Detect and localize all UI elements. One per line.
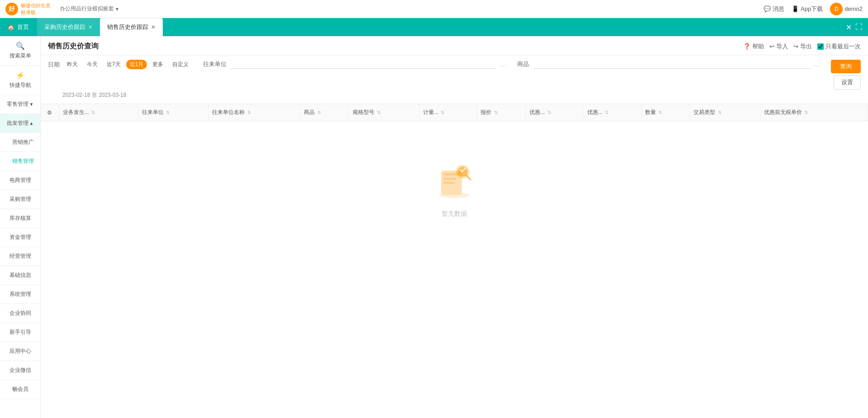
sidebar-item-ecommerce[interactable]: 电商管理	[0, 171, 40, 190]
app-selector[interactable]: 办公用品行业模拟账套 ▾	[60, 5, 118, 13]
sidebar-item-marketing[interactable]: 营销推广	[0, 133, 40, 152]
filter-row-1: 日期 昨天 今天 近7天 近1月 更多 自定义 往来单位 ... 商品 ...	[41, 55, 868, 90]
sidebar-item-apps[interactable]: 应用中心	[0, 342, 40, 361]
sidebar-item-wechat[interactable]: 企业微信	[0, 361, 40, 380]
close-purchase-tab-icon[interactable]: ✕	[88, 24, 93, 30]
col-spec[interactable]: 规格型号 ⇅	[349, 104, 419, 121]
logo-text: 畅捷信好生意 标准版	[21, 2, 51, 15]
page-title: 销售历史价查询	[48, 42, 99, 51]
app-download-button[interactable]: 📱 App下载	[792, 5, 823, 13]
sidebar-item-purchase[interactable]: 采购管理	[0, 190, 40, 209]
svg-rect-3	[443, 178, 456, 180]
sidebar-item-sales[interactable]: 销售管理	[0, 152, 40, 171]
sidebar-item-search[interactable]: 🔍 搜索菜单	[0, 36, 40, 66]
avatar: D	[830, 3, 843, 15]
chat-icon: 💬	[764, 5, 771, 12]
search-icon: 🔍	[16, 42, 25, 50]
col-settings[interactable]: ⚙	[41, 104, 59, 121]
sidebar-item-inventory[interactable]: 库存核算	[0, 209, 40, 228]
maximize-icon[interactable]: ⛶	[855, 23, 863, 31]
help-button[interactable]: ❓ 帮助	[743, 43, 764, 51]
date-tab-today[interactable]: 今天	[83, 60, 101, 69]
col-discount2[interactable]: 优惠... ⇅	[583, 104, 641, 121]
sidebar-item-cooperation[interactable]: 企业协同	[0, 304, 40, 323]
svg-line-7	[466, 175, 471, 180]
counterpart-filter-group: 往来单位 ...	[203, 60, 506, 69]
product-dots-icon[interactable]: ...	[814, 60, 820, 68]
only-last-input[interactable]	[817, 43, 824, 50]
date-tab-custom[interactable]: 自定义	[169, 60, 192, 69]
date-tab-yesterday[interactable]: 昨天	[63, 60, 81, 69]
col-counterpart-code[interactable]: 往来单位 ⇅	[138, 104, 208, 121]
close-window-icon[interactable]: ✕	[846, 23, 852, 32]
sort-icon: ⇅	[377, 110, 381, 115]
query-button[interactable]: 查询	[831, 60, 861, 73]
sidebar-item-finance[interactable]: 资金管理	[0, 228, 40, 247]
top-bar: 好 畅捷信好生意 标准版 办公用品行业模拟账套 ▾ 💬 消息 📱 App下载 D…	[0, 0, 868, 18]
content-area: 销售历史价查询 ❓ 帮助 ↩ 导入 ↪ 导出 只看最后一次	[41, 36, 868, 418]
tab-purchase-history[interactable]: 采购历史价跟踪 ✕	[37, 18, 100, 36]
tab-sales-history[interactable]: 销售历史价跟踪 ✕	[100, 18, 163, 36]
product-filter-group: 商品 ...	[517, 60, 820, 69]
empty-illustration	[432, 157, 477, 203]
close-sales-tab-icon[interactable]: ✕	[151, 24, 156, 30]
chat-button[interactable]: 💬 消息	[764, 5, 784, 13]
table-container: ⚙ 业务发生... ⇅ 往来单位 ⇅ 往来单位名称 ⇅	[41, 104, 868, 418]
sort-icon: ⇅	[547, 110, 551, 115]
setting-button[interactable]: 设置	[834, 75, 861, 90]
counterpart-input[interactable]	[230, 60, 496, 69]
filter-row-2: 2023-02-18 至 2023-03-18	[41, 90, 868, 104]
col-discount1[interactable]: 优惠... ⇅	[526, 104, 584, 121]
sidebar-item-basic[interactable]: 基础信息	[0, 266, 40, 285]
sidebar-item-retail[interactable]: 零售管理 ▼	[0, 95, 40, 114]
tab-home[interactable]: 🏠 首页	[0, 18, 36, 36]
date-tab-1month[interactable]: 近1月	[126, 60, 147, 69]
sidebar-item-member[interactable]: 畅会员	[0, 380, 40, 399]
table-body: 暂无数据	[41, 121, 868, 255]
sort-icon: ⇅	[317, 110, 321, 115]
chevron-down-icon: ▼	[29, 102, 34, 107]
export-button[interactable]: ↪ 导出	[793, 43, 812, 51]
date-tab-more[interactable]: 更多	[149, 60, 167, 69]
col-quantity[interactable]: 数量 ⇅	[641, 104, 690, 121]
import-button[interactable]: ↩ 导入	[769, 43, 788, 51]
help-icon: ❓	[743, 43, 750, 50]
svg-rect-4	[443, 182, 454, 184]
col-unit[interactable]: 计量... ⇅	[419, 104, 477, 121]
main-layout: 🔍 搜索菜单 ⚡ 快捷导航 零售管理 ▼ 批发管理 ▲ 营销推广 销售管理 电商…	[0, 36, 868, 418]
empty-state: 暂无数据	[41, 121, 868, 254]
export-icon: ↪	[793, 43, 798, 50]
only-last-checkbox[interactable]: 只看最后一次	[817, 43, 861, 51]
data-table: ⚙ 业务发生... ⇅ 往来单位 ⇅ 往来单位名称 ⇅	[41, 104, 868, 254]
sidebar-item-guide[interactable]: 新手引导	[0, 323, 40, 342]
date-tabs: 昨天 今天 近7天 近1月 更多 自定义	[63, 60, 192, 69]
sidebar-item-operations[interactable]: 经营管理	[0, 247, 40, 266]
sort-icon: ⇅	[494, 110, 498, 115]
col-product[interactable]: 商品 ⇅	[300, 104, 349, 121]
user-menu[interactable]: D demo2	[830, 3, 863, 15]
top-bar-right: 💬 消息 📱 App下载 D demo2	[764, 3, 863, 15]
date-tab-7days[interactable]: 近7天	[103, 60, 124, 69]
col-biz-date[interactable]: 业务发生... ⇅	[59, 104, 138, 121]
product-input[interactable]	[533, 60, 811, 69]
col-trade-type[interactable]: 交易类型 ⇅	[690, 104, 760, 121]
sort-icon: ⇅	[91, 110, 95, 115]
sidebar-item-system[interactable]: 系统管理	[0, 285, 40, 304]
date-filter-group: 日期 昨天 今天 近7天 近1月 更多 自定义	[48, 60, 192, 69]
sort-icon: ⇅	[658, 110, 662, 115]
sidebar-item-wholesale[interactable]: 批发管理 ▲	[0, 114, 40, 133]
download-icon: 📱	[792, 5, 799, 12]
col-pre-discount-price[interactable]: 优惠前无税单价 ⇅	[760, 104, 868, 121]
sort-icon: ⇅	[247, 110, 251, 115]
import-icon: ↩	[769, 43, 774, 50]
top-bar-left: 好 畅捷信好生意 标准版 办公用品行业模拟账套 ▾	[5, 2, 118, 15]
col-quoted-price[interactable]: 报价 ⇅	[477, 104, 526, 121]
counterpart-dots-icon[interactable]: ...	[500, 60, 506, 68]
sort-icon: ⇅	[718, 110, 722, 115]
sort-icon: ⇅	[166, 110, 170, 115]
action-buttons: 查询 设置	[831, 60, 861, 90]
sort-icon: ⇅	[441, 110, 444, 115]
home-icon: 🏠	[7, 24, 14, 31]
col-counterpart-name[interactable]: 往来单位名称 ⇅	[208, 104, 300, 121]
sidebar-item-shortcut[interactable]: ⚡ 快捷导航	[0, 66, 40, 95]
